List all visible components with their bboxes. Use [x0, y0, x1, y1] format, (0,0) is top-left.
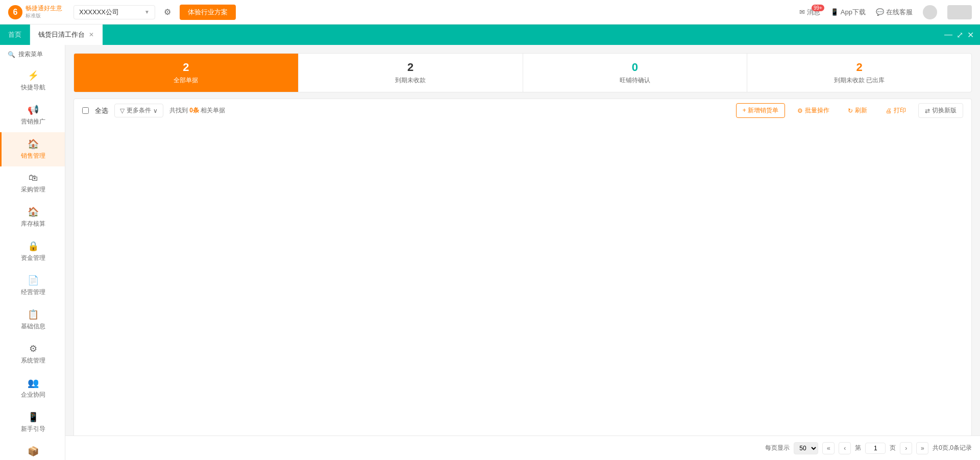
app-download-label: App下载	[841, 8, 866, 17]
sidebar-item-enterprise[interactable]: 👥 企业协同	[0, 371, 65, 405]
sidebar-item-label: 营销推广	[21, 117, 45, 126]
message-button[interactable]: ✉ 消息 99+	[799, 8, 820, 17]
sidebar-item-system[interactable]: ⚙ 系统管理	[0, 337, 65, 371]
logo-text: 畅捷通好生意	[26, 5, 62, 13]
filter-chevron-icon: ∨	[153, 107, 158, 114]
sidebar-item-label: 经营管理	[21, 288, 45, 297]
last-page-button[interactable]: »	[916, 442, 928, 454]
app-download-button[interactable]: 📱 App下载	[830, 8, 866, 17]
message-badge: 99+	[812, 5, 824, 11]
sidebar-item-basic-info[interactable]: 📋 基础信息	[0, 303, 65, 337]
prev-page-button[interactable]: ‹	[839, 442, 851, 454]
toolbar-left: 全选 ▽ 更多条件 ∨ 共找到 0条 相关单据	[82, 104, 730, 117]
chevron-down-icon: ▼	[144, 9, 150, 15]
sidebar-item-label: 系统管理	[21, 356, 45, 365]
stat-card-overdue[interactable]: 2 到期未收款	[299, 54, 523, 92]
select-all-label: 全选	[95, 106, 108, 115]
logo-area: 6 畅捷通好生意 标准版	[8, 5, 74, 20]
tab-close-icon[interactable]: ✕	[89, 31, 94, 38]
sidebar-item-finance[interactable]: 🔒 资金管理	[0, 234, 65, 269]
tab-work-bench[interactable]: 钱货日清工作台 ✕	[30, 25, 103, 45]
stat-label-all: 全部单据	[174, 76, 198, 85]
sidebar-item-label: 企业协同	[21, 391, 45, 399]
top-header: 6 畅捷通好生意 标准版 XXXXXX公司 ▼ ⚙ 体验行业方案 ✉ 消息 99…	[0, 0, 980, 25]
newbie-icon: 📱	[28, 411, 39, 423]
sidebar-item-newbie[interactable]: 📱 新手引导	[0, 405, 65, 440]
sidebar-item-label: 资金管理	[21, 254, 45, 262]
window-minimize-icon[interactable]: —	[944, 30, 952, 39]
stat-number-overdue: 2	[407, 61, 413, 74]
total-label: 共0页,0条记录	[933, 444, 972, 452]
batch-operation-button[interactable]: ⚙ 批量操作	[791, 104, 836, 117]
filter-label: 更多条件	[127, 106, 151, 115]
add-order-button[interactable]: + 新增销货单	[736, 103, 785, 118]
inventory-icon: 🏠	[28, 206, 39, 217]
stat-number-pending: 0	[632, 61, 638, 74]
window-maximize-icon[interactable]: ⤢	[957, 30, 963, 40]
tab-home[interactable]: 首页	[0, 25, 30, 45]
online-service-label: 在线客服	[886, 8, 913, 17]
enterprise-icon: 👥	[28, 377, 39, 389]
page-label: 第	[855, 444, 861, 452]
stat-number-all: 2	[183, 61, 189, 74]
window-close-icon[interactable]: ✕	[967, 30, 974, 40]
switch-version-button[interactable]: ⇄ 切换新版	[918, 103, 963, 118]
nav-tabs: 首页 钱货日清工作台 ✕ — ⤢ ✕	[0, 25, 980, 45]
sidebar: 🔍 搜索菜单 ⚡ 快捷导航 📢 营销推广 🏠 销售管理 🛍 采购管理 🏠 库存核…	[0, 45, 65, 460]
page-input[interactable]	[865, 443, 886, 454]
user-menu[interactable]	[947, 5, 972, 19]
select-all-checkbox[interactable]	[82, 107, 89, 114]
marketing-icon: 📢	[28, 104, 39, 115]
sales-icon: 🏠	[28, 138, 39, 150]
sidebar-item-quick-nav[interactable]: ⚡ 快捷导航	[0, 64, 65, 98]
sidebar-search[interactable]: 🔍 搜索菜单	[0, 45, 65, 64]
sidebar-item-purchase[interactable]: 🛍 采购管理	[0, 166, 65, 200]
stat-card-shipped[interactable]: 2 到期未收款 已出库	[747, 54, 971, 92]
sidebar-item-label: 快捷导航	[21, 83, 45, 92]
sidebar-item-sales[interactable]: 🏠 销售管理	[0, 132, 65, 166]
operations-icon: 📄	[28, 275, 39, 286]
filter-icon: ▽	[120, 107, 125, 114]
online-service-button[interactable]: 💬 在线客服	[876, 8, 913, 17]
stat-label-shipped: 到期未收款 已出库	[834, 76, 885, 85]
first-page-button[interactable]: «	[822, 442, 835, 454]
sidebar-item-label: 新手引导	[21, 425, 45, 433]
found-text: 共找到 0条 相关单据	[169, 106, 225, 115]
pagination-bar: 每页显示 50 « ‹ 第 页 › » 共0页,0条记录	[65, 435, 980, 460]
try-solution-button[interactable]: 体验行业方案	[180, 5, 236, 20]
next-page-button[interactable]: ›	[900, 442, 912, 454]
sidebar-item-label: 采购管理	[21, 185, 45, 194]
stat-card-pending[interactable]: 0 旺铺待确认	[523, 54, 748, 92]
finance-icon: 🔒	[28, 240, 39, 252]
app-center-icon: 📦	[28, 446, 39, 457]
per-page-select[interactable]: 50	[794, 442, 818, 454]
quick-nav-icon: ⚡	[28, 70, 39, 81]
stat-label-pending: 旺铺待确认	[620, 76, 650, 85]
sidebar-item-inventory[interactable]: 🏠 库存核算	[0, 200, 65, 234]
sidebar-item-app-center[interactable]: 📦 应用中心	[0, 440, 65, 460]
search-icon: 🔍	[8, 51, 15, 58]
found-count: 0条	[189, 107, 199, 114]
basic-info-icon: 📋	[28, 309, 39, 320]
page-suffix: 页	[890, 444, 896, 452]
print-button[interactable]: 🖨 打印	[879, 104, 912, 117]
content-area: 2 全部单据 2 到期未收款 0 旺铺待确认 2 到期未收款 已出库	[65, 45, 980, 460]
table-area	[74, 122, 972, 452]
sidebar-item-label: 库存核算	[21, 220, 45, 228]
filter-button[interactable]: ▽ 更多条件 ∨	[114, 104, 163, 117]
sidebar-item-operations[interactable]: 📄 经营管理	[0, 269, 65, 303]
search-label: 搜索菜单	[18, 50, 43, 59]
refresh-button[interactable]: ↻ 刷新	[842, 104, 873, 117]
logo-sub: 标准版	[26, 12, 62, 19]
sidebar-item-label: 基础信息	[21, 322, 45, 331]
avatar[interactable]	[923, 5, 937, 19]
stat-label-overdue: 到期未收款	[395, 76, 426, 85]
toolbar-right: + 新增销货单 ⚙ 批量操作 ↻ 刷新 🖨 打印 ⇄	[736, 103, 963, 118]
stat-card-all[interactable]: 2 全部单据	[74, 54, 299, 92]
company-selector[interactable]: XXXXXX公司 ▼	[74, 5, 155, 19]
settings-icon[interactable]: ⚙	[159, 4, 176, 20]
main-layout: 🔍 搜索菜单 ⚡ 快捷导航 📢 营销推广 🏠 销售管理 🛍 采购管理 🏠 库存核…	[0, 45, 980, 460]
tab-actions: — ⤢ ✕	[944, 30, 980, 40]
stats-cards: 2 全部单据 2 到期未收款 0 旺铺待确认 2 到期未收款 已出库	[74, 53, 972, 92]
sidebar-item-marketing[interactable]: 📢 营销推广	[0, 98, 65, 132]
